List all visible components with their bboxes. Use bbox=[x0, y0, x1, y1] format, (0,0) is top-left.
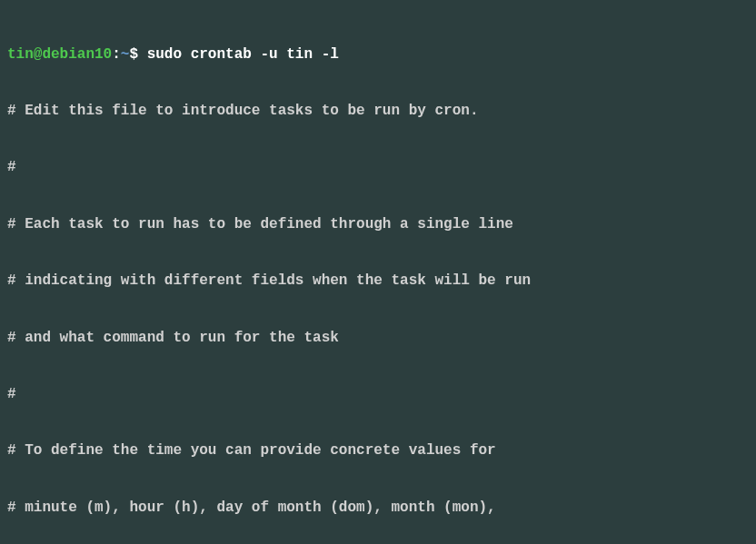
prompt-path: ~ bbox=[121, 46, 130, 63]
command-text: sudo crontab -u tin -l bbox=[147, 46, 339, 63]
output-line: # To define the time you can provide con… bbox=[7, 441, 749, 460]
prompt-line: tin@debian10:~$ sudo crontab -u tin -l bbox=[7, 45, 749, 64]
prompt-user: tin@debian10 bbox=[7, 46, 112, 63]
output-line: # bbox=[7, 158, 749, 177]
output-line: # indicating with different fields when … bbox=[7, 272, 749, 291]
prompt-separator: : bbox=[112, 46, 121, 63]
output-line: # Edit this file to introduce tasks to b… bbox=[7, 102, 749, 121]
output-line: # Each task to run has to be defined thr… bbox=[7, 215, 749, 234]
output-line: # minute (m), hour (h), day of month (do… bbox=[7, 499, 749, 518]
prompt-symbol: $ bbox=[129, 46, 146, 63]
terminal-output[interactable]: tin@debian10:~$ sudo crontab -u tin -l #… bbox=[7, 7, 749, 544]
output-line: # bbox=[7, 385, 749, 404]
output-line: # and what command to run for the task bbox=[7, 329, 749, 348]
